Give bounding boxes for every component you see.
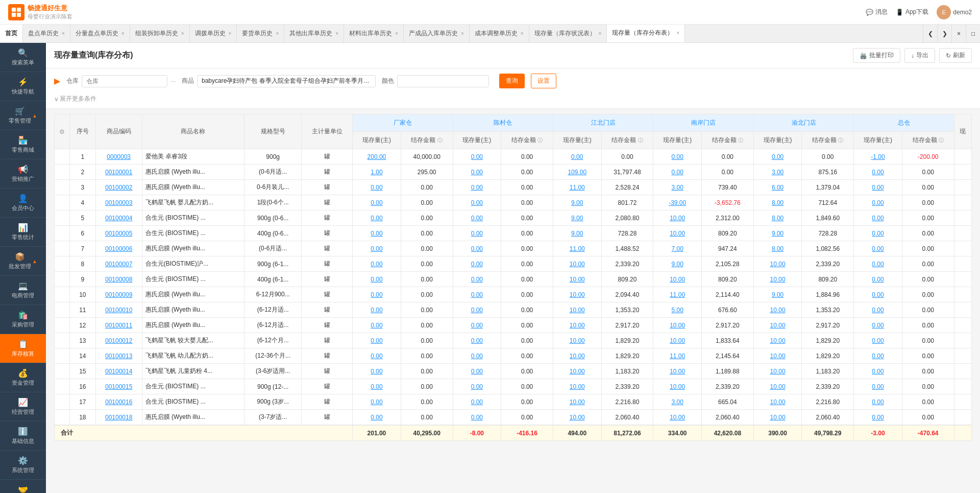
cell-no: 1 xyxy=(70,149,96,165)
cell-extra xyxy=(954,226,971,241)
sidebar-item-ecom[interactable]: 💻 电商管理 xyxy=(0,276,46,305)
sidebar-item-retail-stats[interactable]: 📊 零售统计 xyxy=(0,218,46,247)
sidebar-item-search[interactable]: 🔍 搜索英单 xyxy=(0,43,46,72)
tab-zuzhang[interactable]: 组装拆卸单历史× xyxy=(130,25,190,42)
cell-chenshi-amount: 0.00 xyxy=(501,180,553,195)
refresh-btn[interactable]: ↻ 刷新 xyxy=(939,48,972,63)
summary-nanan-amount: 42,620.08 xyxy=(701,425,753,441)
cell-nanan-amount: 665.04 xyxy=(701,394,753,410)
cell-jiangbei-stock: 109.00 xyxy=(553,165,601,180)
col-group-jiubei: 渝北门店 xyxy=(753,114,853,132)
cell-nanan-amount: 2,339.20 xyxy=(701,379,753,394)
sidebar-item-operation[interactable]: 📈 经营管理 xyxy=(0,392,46,421)
summary-jiubei-stock: 390.00 xyxy=(753,425,802,441)
tab-chengpinru[interactable]: 产成品入库单历史× xyxy=(404,25,470,42)
message-btn[interactable]: 💬 消息 xyxy=(866,8,888,16)
export-btn[interactable]: ↓ 导出 xyxy=(904,48,935,63)
tab-close-zuzhang[interactable]: × xyxy=(181,31,184,36)
cell-factory-amount: 0.00 xyxy=(401,394,453,410)
cell-name: 惠氏启膜 (Wyeth illu... xyxy=(142,180,244,195)
tab-home[interactable]: 首页 xyxy=(0,25,23,42)
cell-no: 14 xyxy=(70,348,96,364)
col-factory-stock: 现存量(主) xyxy=(353,132,401,149)
cell-jiubei-amount: 875.16 xyxy=(802,165,854,180)
batch-print-btn[interactable]: 🖨️ 批量打印 xyxy=(853,48,900,63)
tab-close-yaohuo[interactable]: × xyxy=(276,31,279,36)
user-menu[interactable]: E demo2 xyxy=(937,5,972,19)
cell-chenshi-amount: 0.00 xyxy=(501,333,553,348)
cell-settings xyxy=(55,165,70,180)
tab-kucun-fen[interactable]: 现存量（库存分布表）× xyxy=(607,25,685,42)
sidebar-item-system[interactable]: ⚙️ 系统管理 xyxy=(0,451,46,480)
cell-jiubei-stock: 10.00 xyxy=(753,364,802,379)
cell-spec: (0-6月适... xyxy=(244,165,302,180)
color-input[interactable] xyxy=(397,75,489,87)
warehouse-input[interactable] xyxy=(82,75,167,87)
sidebar-item-nav[interactable]: ⚡ 快捷导航 xyxy=(0,72,46,101)
tab-close-cailiaochu[interactable]: × xyxy=(395,31,398,36)
tab-pandian[interactable]: 盘点单历史× xyxy=(23,25,70,42)
cell-code: 00100001 xyxy=(95,165,142,180)
orange-arrow-btn[interactable]: ▶ xyxy=(54,76,60,86)
tab-fenliang[interactable]: 分量盘点单历史× xyxy=(70,25,130,42)
tab-kucun-zhuang[interactable]: 现存量（库存状况表）× xyxy=(529,25,607,42)
cell-jiubei-stock: 10.00 xyxy=(753,379,802,394)
tab-close-chengpinru[interactable]: × xyxy=(461,31,464,36)
filter-product: 商品 xyxy=(182,75,376,87)
cell-jiubei-amount: 1,849.60 xyxy=(802,210,854,226)
table-row: 10 00100009 惠氏启膜 (Wyeth illu... 6-12月900… xyxy=(55,287,972,302)
cell-extra xyxy=(954,379,971,394)
sidebar-item-wholesale[interactable]: 📦 批发管理 ▲ xyxy=(0,247,46,276)
cell-jiubei-stock: 10.00 xyxy=(753,256,802,272)
cell-chenshi-amount: 0.00 xyxy=(501,149,553,165)
sidebar-item-marketing[interactable]: 📢 营销推广 xyxy=(0,159,46,189)
col-jiangbei-amount: 结存金额 ⓘ xyxy=(601,132,653,149)
tab-diaob[interactable]: 调拨单历史× xyxy=(190,25,237,42)
tab-next-btn[interactable]: ❯ xyxy=(937,25,951,43)
tab-prev-btn[interactable]: ❮ xyxy=(923,25,937,43)
sidebar-item-member[interactable]: 👤 会员中心 xyxy=(0,189,46,218)
app-icon: 📱 xyxy=(896,9,903,16)
sidebar-item-inventory[interactable]: 📋 库存核算 xyxy=(0,334,46,363)
tab-close-all-btn[interactable]: × xyxy=(951,25,966,43)
tab-close-kucun-zhuang[interactable]: × xyxy=(599,31,602,36)
tab-expand-btn[interactable]: □ xyxy=(966,25,980,43)
sidebar-item-collab[interactable]: 🤝 企业协同 xyxy=(0,480,46,493)
cell-unit: 罐 xyxy=(302,318,353,333)
cell-unit: 罐 xyxy=(302,364,353,379)
cell-total-amount: 0.00 xyxy=(902,410,954,426)
tab-close-diaob[interactable]: × xyxy=(229,31,232,36)
settings-btn[interactable]: 设置 xyxy=(531,74,556,88)
app-download-btn[interactable]: 📱 App下载 xyxy=(896,8,928,16)
tab-cailiaochu[interactable]: 材料出库单历史× xyxy=(344,25,404,42)
tab-close-kucun-fen[interactable]: × xyxy=(676,30,679,36)
cell-jiubei-stock: 10.00 xyxy=(753,333,802,348)
sidebar-item-finance[interactable]: 💰 资金管理 xyxy=(0,363,46,392)
tab-close-fenliang[interactable]: × xyxy=(121,31,125,36)
expand-btn[interactable]: ∨ 展开更多条件 xyxy=(54,95,96,103)
cell-nanan-amount: 947.24 xyxy=(701,241,753,256)
sidebar-item-mall[interactable]: 🏪 零售商城 xyxy=(0,130,46,159)
cell-nanan-stock: 0.00 xyxy=(653,165,702,180)
cell-total-amount: 0.00 xyxy=(902,318,954,333)
cell-jiubei-amount: 1,183.20 xyxy=(802,364,854,379)
tab-chenben[interactable]: 成本调整单历史× xyxy=(470,25,529,42)
tab-close-qitachu[interactable]: × xyxy=(335,31,338,36)
tab-close-chenben[interactable]: × xyxy=(521,31,524,36)
tab-yaohuo[interactable]: 要货单历史× xyxy=(237,25,284,42)
svg-rect-1 xyxy=(17,8,21,12)
cell-spec: (6-12月适... xyxy=(244,302,302,318)
summary-chenshi-amount: -416.16 xyxy=(501,425,553,441)
sidebar-item-retail[interactable]: 🛒 零售管理 ▲ xyxy=(0,101,46,130)
cell-settings xyxy=(55,241,70,256)
product-input[interactable] xyxy=(197,75,376,87)
tab-qitachu[interactable]: 其他出库单历史× xyxy=(284,25,344,42)
cell-total-stock: 0.00 xyxy=(854,241,902,256)
cell-code: 00100002 xyxy=(95,180,142,195)
tab-close-pandian[interactable]: × xyxy=(62,31,65,36)
col-settings[interactable]: ⚙ xyxy=(55,114,70,149)
product-label: 商品 xyxy=(182,77,194,85)
query-btn[interactable]: 查询 xyxy=(499,74,525,88)
sidebar-item-purchase[interactable]: 🛍️ 采购管理 xyxy=(0,305,46,334)
sidebar-item-basics[interactable]: ℹ️ 基础信息 xyxy=(0,421,46,451)
